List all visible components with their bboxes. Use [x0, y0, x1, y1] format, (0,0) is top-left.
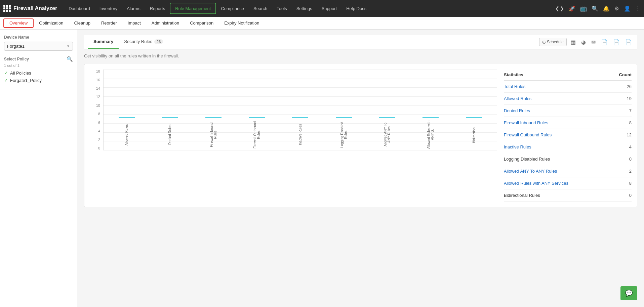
stats-name-2[interactable]: Denied Rules	[504, 108, 605, 113]
nav-settings[interactable]: Settings	[292, 0, 317, 17]
nav-reports[interactable]: Reports	[145, 0, 170, 17]
bar-2	[205, 117, 222, 118]
stats-row-3[interactable]: Firewall Inbound Rules8	[504, 117, 632, 129]
stats-count-5: 4	[605, 144, 632, 149]
bar-group-5[interactable]: Logging Disabled Rules	[324, 117, 363, 150]
stats-row-0[interactable]: Total Rules26	[504, 81, 632, 93]
device-name: Forgate1	[7, 44, 25, 49]
device-select[interactable]: Forgate1 ▼	[4, 42, 73, 51]
nav-back-icon[interactable]: ❮	[555, 6, 559, 11]
subnav-reorder[interactable]: Reorder	[96, 17, 122, 30]
y-label-8: 8	[90, 112, 102, 116]
nav-rule-management[interactable]: Rule Management	[170, 3, 216, 14]
stats-col-count-header: Count	[605, 72, 632, 77]
search-icon[interactable]: 🔍	[592, 5, 598, 12]
policy-label: Select Policy	[4, 57, 29, 61]
stats-row-8[interactable]: Allowed Rules with ANY Services8	[504, 177, 632, 189]
page-subtitle: Get visibility on all the rules written …	[84, 53, 637, 58]
policy-forgate1[interactable]: ✓ Forgate1_Policy	[4, 78, 73, 83]
gear-icon[interactable]: ⚙	[614, 5, 619, 12]
bar-group-4[interactable]: Inactive Rules	[281, 117, 320, 150]
bar-group-8[interactable]: Bidirection.	[454, 117, 494, 150]
security-rules-badge: 26	[154, 39, 163, 44]
subnav-impact[interactable]: Impact	[122, 17, 146, 30]
stats-row-5[interactable]: Inactive Rules4	[504, 141, 632, 153]
nav-dashboard[interactable]: Dashboard	[64, 0, 95, 17]
bar-5	[336, 117, 352, 118]
stats-name-8[interactable]: Allowed Rules with ANY Services	[504, 181, 605, 186]
nav-support[interactable]: Support	[317, 0, 342, 17]
bell-icon[interactable]: 🔔	[603, 5, 610, 12]
nav-inventory[interactable]: Inventory	[95, 0, 122, 17]
nav-search[interactable]: Search	[249, 0, 272, 17]
tab-summary[interactable]: Summary	[88, 35, 119, 49]
bar-6	[379, 117, 395, 118]
nav-alarms[interactable]: Alarms	[122, 0, 145, 17]
bar-group-1[interactable]: Denied Rules	[150, 117, 190, 150]
user-icon[interactable]: 👤	[624, 5, 631, 12]
y-label-4: 4	[90, 129, 102, 133]
stats-row-1[interactable]: Allowed Rules19	[504, 93, 632, 105]
bar-3	[249, 117, 265, 118]
subnav-comparison[interactable]: Comparison	[185, 17, 219, 30]
nav-forward-icon[interactable]: ❯	[560, 6, 564, 11]
more-icon[interactable]: ⋮	[635, 5, 641, 12]
stats-name-0[interactable]: Total Rules	[504, 84, 605, 89]
subnav-overview[interactable]: Overview	[3, 18, 34, 28]
y-label-14: 14	[90, 87, 102, 90]
rocket-icon[interactable]: 🚀	[569, 5, 575, 12]
stats-name-4[interactable]: Firewall Outbound Rules	[504, 132, 605, 137]
y-label-0: 0	[90, 146, 102, 150]
stats-row-2[interactable]: Denied Rules7	[504, 105, 632, 117]
nav-help-docs[interactable]: Help Docs	[341, 0, 371, 17]
stats-count-3: 8	[605, 120, 632, 125]
nav-tools[interactable]: Tools	[272, 0, 291, 17]
bar-group-0[interactable]: Allowed Rules	[107, 117, 146, 150]
bar-group-6[interactable]: Allowed ANY To ANY Rules	[367, 117, 407, 150]
xls-icon[interactable]: 📄	[612, 38, 621, 46]
bar-label-7: Allowed Rules with ANY S.	[427, 120, 434, 150]
stats-col-name-header: Statistics	[504, 72, 605, 77]
csv-icon[interactable]: 📄	[624, 38, 633, 46]
device-label: Device Name	[4, 35, 73, 40]
bar-group-2[interactable]: Firewall Inbound Rules	[194, 117, 233, 150]
grid-icon	[3, 5, 11, 12]
bar-7	[422, 117, 439, 118]
stats-count-1: 19	[605, 96, 632, 101]
monitor-icon[interactable]: 📺	[580, 5, 587, 12]
policy-all[interactable]: ✓ All Policies	[4, 70, 73, 76]
tab-security-rules[interactable]: Security Rules 26	[119, 35, 168, 49]
sub-nav: Overview Optimization Cleanup Reorder Im…	[0, 17, 644, 30]
stats-name-5[interactable]: Inactive Rules	[504, 144, 605, 149]
bar-0	[119, 117, 135, 118]
pdf-icon[interactable]: 📄	[600, 38, 609, 46]
stats-rows: Total Rules26Allowed Rules19Denied Rules…	[504, 81, 632, 202]
bar-label-1: Denied Rules	[168, 120, 172, 150]
stats-name-1[interactable]: Allowed Rules	[504, 96, 605, 101]
nav-compliance[interactable]: Compliance	[216, 0, 249, 17]
stats-row-4[interactable]: Firewall Outbound Rules12	[504, 129, 632, 141]
bar-group-7[interactable]: Allowed Rules with ANY S.	[411, 117, 450, 150]
bar-chart-icon[interactable]: ▦	[569, 38, 577, 46]
float-action-button[interactable]: 💬	[620, 286, 637, 300]
stats-name-3[interactable]: Firewall Inbound Rules	[504, 120, 605, 125]
subnav-administration[interactable]: Administration	[146, 17, 185, 30]
tabs-left: Summary Security Rules 26	[88, 35, 168, 49]
sidebar: Device Name Forgate1 ▼ Select Policy 🔍 1…	[0, 30, 77, 307]
bar-1	[162, 117, 178, 118]
bars-area: Allowed RulesDenied RulesFirewall Inboun…	[103, 70, 497, 150]
stats-name-7[interactable]: Allowed ANY To ANY Rules	[504, 169, 605, 174]
stats-row-7[interactable]: Allowed ANY To ANY Rules2	[504, 165, 632, 177]
subnav-expiry[interactable]: Expiry Notification	[219, 17, 265, 30]
bar-group-3[interactable]: Firewall Outbound Rules	[237, 117, 277, 150]
policy-search-icon[interactable]: 🔍	[67, 56, 73, 62]
y-label-18: 18	[90, 70, 102, 73]
subnav-optimization[interactable]: Optimization	[34, 17, 69, 30]
stats-name-6: Logging Disabled Rules	[504, 157, 605, 162]
email-icon[interactable]: ✉	[590, 38, 597, 46]
top-right-icons: ❮ ❯ 🚀 📺 🔍 🔔 ⚙ 👤 ⋮	[555, 5, 641, 12]
pie-chart-icon[interactable]: ◕	[580, 38, 587, 46]
subnav-cleanup[interactable]: Cleanup	[69, 17, 95, 30]
y-axis: 0 2 4 6 8 10 12 14 16 18	[90, 70, 102, 150]
schedule-button[interactable]: ◴ Schedule	[539, 38, 567, 46]
